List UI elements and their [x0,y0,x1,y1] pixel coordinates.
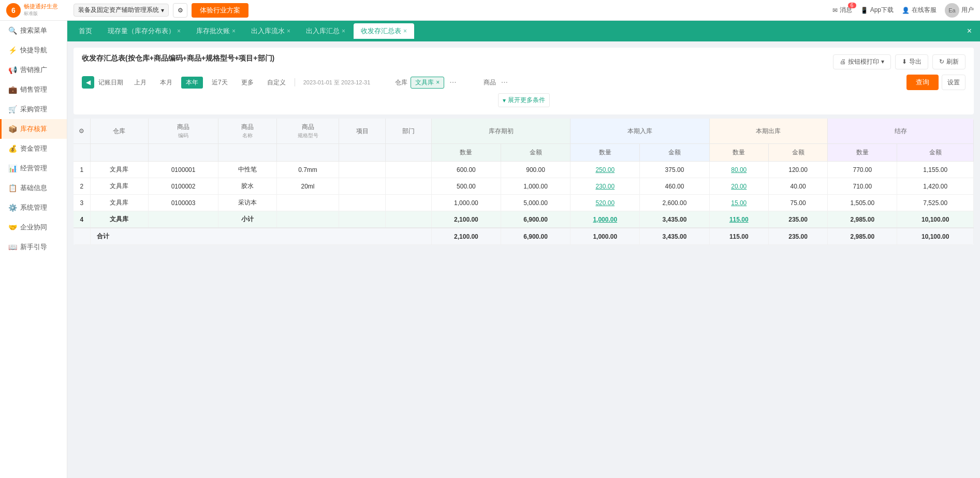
tab-close-icon[interactable]: × [177,27,181,35]
phone-icon: 📱 [860,7,868,14]
date-btn-last-month[interactable]: 上月 [129,77,151,89]
cell-out-qty[interactable]: 15.00 [709,195,768,211]
sidebar-item-inventory[interactable]: 📦 库存核算 [0,119,67,139]
tab-inout-summary[interactable]: 出入库汇总 × [299,23,353,39]
cell-open-qty: 600.00 [431,162,501,178]
expand-conditions-button[interactable]: ▾ 展开更多条件 [498,93,550,107]
print-button[interactable]: 🖨 按钮模打印 ▾ [833,54,891,69]
footer-label: 合计 [90,228,431,245]
footer-bal-qty: 2,985.00 [828,228,897,245]
warehouse-more-dots[interactable]: ··· [447,78,458,87]
sidebar-item-search[interactable]: 🔍 搜索菜单 [0,21,67,40]
cell-in-qty[interactable]: 230.00 [571,178,640,195]
cell-project [339,162,385,178]
cell-bal-amt: 10,100.00 [897,211,974,228]
date-btn-more[interactable]: 更多 [237,77,258,89]
tab-recv-send[interactable]: 收发存汇总表 × [354,23,414,39]
sidebar-item-finance[interactable]: 💰 资金管理 [0,139,67,158]
expand-icon: ▾ [503,97,506,104]
sidebar-item-basic[interactable]: 📋 基础信息 [0,178,67,198]
footer-empty1 [74,228,90,245]
box-icon: 📦 [8,125,17,133]
tab-bar-close-button[interactable]: × [963,26,976,36]
book-icon: 📖 [8,243,17,251]
th-project: 项目 [339,119,385,144]
cell-in-amt: 460.00 [640,178,709,195]
sidebar-item-marketing[interactable]: 📢 营销推广 [0,60,67,80]
cell-in-qty[interactable]: 520.00 [571,195,640,211]
clipboard-icon: 📋 [8,184,17,192]
online-service-button[interactable]: 👤 在线客服 [902,6,937,15]
warehouse-tag[interactable]: 文具库 × [411,77,444,89]
tab-bar: 首页 现存量（库存分布表） × 库存批次账 × 出入库流水 × 出入库汇总 × [67,21,980,41]
user-menu[interactable]: Ea 用户 [945,3,974,18]
cell-bal-amt: 1,420.00 [897,178,974,195]
page-content: 收发存汇总表(按仓库+商品编码+商品+规格型号+项目+部门) 🖨 按钮模打印 ▾… [67,41,980,478]
message-button[interactable]: ✉ 消息 6 [832,6,852,15]
system-area: 装备及固定资产辅助管理系统 ▾ ⚙ 体验行业方案 [74,3,832,18]
export-button[interactable]: ⬇ 导出 [895,54,928,69]
app-download-button[interactable]: 📱 App下载 [860,6,894,15]
sidebar-item-label: 搜索菜单 [20,26,47,35]
system-selector[interactable]: 装备及固定资产辅助管理系统 ▾ [74,4,169,17]
tab-close-icon[interactable]: × [287,27,290,35]
cell-in-amt: 3,435.00 [640,211,709,228]
experience-button[interactable]: 体验行业方案 [192,3,248,18]
sidebar-item-purchase[interactable]: 🛒 采购管理 [0,99,67,119]
cell-code: 0100002 [149,178,218,195]
cell-in-qty[interactable]: 250.00 [571,162,640,178]
data-table: ⚙ 仓库 商品编码 商品名称 商品规格型号 项目 部门 库存期初 本期入库 本期… [74,119,974,245]
filter-toggle-button[interactable]: ◀ [82,76,94,89]
sidebar-item-enterprise[interactable]: 🤝 企业协同 [0,218,67,237]
sidebar-item-system[interactable]: ⚙️ 系统管理 [0,198,67,218]
cell-open-amt: 5,000.00 [501,195,571,211]
refresh-button[interactable]: ↻ 刷新 [932,54,966,69]
lightning-icon: ⚡ [8,46,17,54]
tab-home[interactable]: 首页 [71,23,99,39]
cell-project [339,211,385,228]
th-warehouse-2 [90,144,149,162]
th-opening-stock: 库存期初 [431,119,570,144]
th-settings[interactable]: ⚙ [74,119,90,144]
tab-batch[interactable]: 库存批次账 × [189,23,243,39]
sidebar-item-label: 资金管理 [20,144,47,153]
gear2-icon: ⚙️ [8,204,17,212]
cell-out-qty[interactable]: 20.00 [709,178,768,195]
tab-label: 收发存汇总表 [361,26,401,36]
query-button[interactable]: 查询 [906,75,939,90]
cell-bal-qty: 1,505.00 [828,195,897,211]
settings-button[interactable]: 设置 [942,75,966,90]
content-area: 首页 现存量（库存分布表） × 库存批次账 × 出入库流水 × 出入库汇总 × [67,21,980,478]
tab-close-icon[interactable]: × [403,27,407,35]
sidebar-item-label: 库存核算 [20,124,47,134]
sidebar-item-label: 新手引导 [20,242,47,252]
megaphone-icon: 📢 [8,66,17,74]
cell-no: 2 [74,178,90,195]
date-btn-this-year[interactable]: 本年 [181,77,203,89]
footer-bal-amt: 10,100.00 [897,228,974,245]
tab-inout-flow[interactable]: 出入库流水 × [244,23,298,39]
sidebar-item-sales[interactable]: 💼 销售管理 [0,80,67,99]
sidebar-item-operations[interactable]: 📊 经营管理 [0,158,67,178]
cell-bal-qty: 770.00 [828,162,897,178]
sidebar-item-guide[interactable]: 📖 新手引导 [0,237,67,257]
tab-close-icon[interactable]: × [342,27,345,35]
date-btn-7days[interactable]: 近7天 [207,77,232,89]
th-empty [74,144,90,162]
gear-button[interactable]: ⚙ [173,3,187,18]
cell-bal-qty: 2,985.00 [828,211,897,228]
warehouse-tag-close[interactable]: × [436,79,440,86]
tab-inventory-dist[interactable]: 现存量（库存分布表） × [100,23,188,39]
sidebar-item-quick[interactable]: ⚡ 快捷导航 [0,40,67,60]
date-btn-custom[interactable]: 自定义 [262,77,290,89]
cell-out-qty[interactable]: 115.00 [709,211,768,228]
goods-more-dots[interactable]: ··· [499,78,510,87]
user-name: 用户 [961,6,974,15]
th-in-amt: 金额 [640,144,709,162]
tab-close-icon[interactable]: × [232,27,236,35]
cell-out-qty[interactable]: 80.00 [709,162,768,178]
date-label: 记账日期 [98,78,123,87]
date-btn-this-month[interactable]: 本月 [155,77,177,89]
cell-in-qty[interactable]: 1,000.00 [571,211,640,228]
footer-open-amt: 6,900.00 [501,228,571,245]
